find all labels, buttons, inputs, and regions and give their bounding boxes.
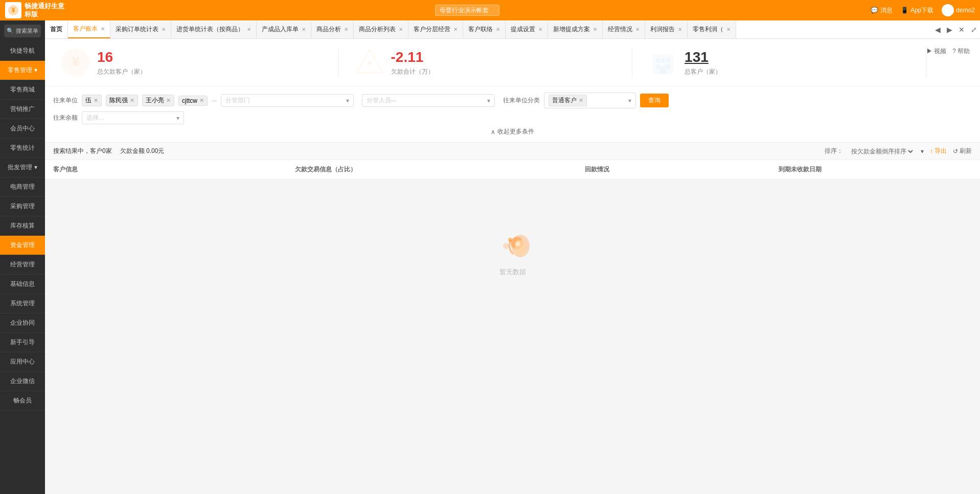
person-arrow-icon: ▾ — [487, 97, 490, 104]
tab-expand[interactable]: ⤢ — [968, 26, 980, 34]
tab-reminder-settings[interactable]: 提成设置 ✕ — [506, 21, 548, 38]
sidebar-item-marketing[interactable]: 营销推广 — [0, 100, 45, 119]
query-button[interactable]: 查询 — [640, 94, 669, 107]
tag-close-unit-type[interactable]: ✕ — [579, 97, 583, 104]
sidebar-item-retail-stats[interactable]: 零售统计 — [0, 139, 45, 158]
tab-customer-contact[interactable]: 客户联络 ✕ — [463, 21, 506, 38]
building-icon — [648, 47, 678, 78]
tab-goods-analysis-list[interactable]: 商品分析列表 ✕ — [354, 21, 408, 38]
sidebar-item-new-guide[interactable]: 新手引导 — [0, 333, 45, 352]
svg-rect-9 — [666, 58, 670, 62]
col-header-debt: 欠款交易信息（占比） — [295, 165, 585, 174]
collapse-btn[interactable]: ∧ 收起更多条件 — [53, 127, 972, 136]
stat-info-debt: -2.11 欠款合计（万） — [391, 49, 434, 77]
filter-row-1: 往来单位 伍 ✕ 陈民强 ✕ 王小亮 ✕ — [53, 93, 972, 108]
tag-close-wu[interactable]: ✕ — [94, 97, 98, 104]
tab-close-goods-analysis[interactable]: ✕ — [344, 27, 348, 32]
sidebar-item-operations[interactable]: 经营管理 — [0, 255, 45, 275]
logo: ¥ 畅捷通好生意 标版 — [5, 2, 64, 18]
dept-dropdown[interactable]: 分管部门 ▾ — [221, 94, 354, 107]
debt-amount: 欠款金额 0.00元 — [120, 147, 165, 155]
filter-tag-cjttcw: cjttcw ✕ — [178, 96, 208, 106]
export-btn[interactable]: ↑ 导出 — [930, 147, 947, 155]
svg-rect-8 — [661, 58, 665, 62]
balance-dropdown[interactable]: 选择... ▾ — [82, 111, 184, 124]
sidebar-item-wholesale-mgmt[interactable]: 批发管理 ▾ — [0, 158, 45, 177]
tab-inbound-stats[interactable]: 进货单统计表（按商品） ✕ — [171, 21, 257, 38]
tab-close-achievement[interactable]: ✕ — [593, 27, 597, 32]
search-menu-btn[interactable]: 🔍 搜索菜单 — [4, 25, 41, 37]
account-dropdown[interactable]: 母婴行业演示帐套 — [435, 5, 499, 16]
filter-tag-wu: 伍 ✕ — [82, 95, 102, 106]
tab-close-reminder[interactable]: ✕ — [538, 27, 542, 32]
sidebar: 🔍 搜索菜单 快捷导航 零售管理 ▾ 零售商城 营销推广 会员中心 零售统计 — [0, 20, 45, 494]
sidebar-item-enterprise-wechat[interactable]: 企业微信 — [0, 372, 45, 391]
svg-text:¥: ¥ — [71, 54, 80, 70]
tab-close-purchase[interactable]: ✕ — [162, 27, 166, 32]
app-download-btn[interactable]: 📱 App下载 — [901, 6, 933, 15]
tab-close-business[interactable]: ✕ — [635, 27, 640, 32]
sidebar-item-retail-mgmt[interactable]: 零售管理 ▾ — [0, 61, 45, 80]
tab-close-all[interactable]: ✕ — [955, 26, 968, 34]
empty-state: 暂无数据 — [45, 179, 980, 318]
tag-close-chen[interactable]: ✕ — [130, 97, 134, 104]
help-link[interactable]: ? 帮助 — [952, 47, 970, 56]
sidebar-item-basic-info[interactable]: 基础信息 — [0, 275, 45, 294]
tab-close-retail-profit[interactable]: ✕ — [726, 27, 731, 32]
total-customers-label: 总欠款客户（家） — [97, 68, 146, 76]
unit-type-tag: 普通客户 ✕ — [549, 95, 587, 106]
sidebar-item-capital[interactable]: 资金管理 — [0, 236, 45, 255]
message-btn[interactable]: 💬 消息 — [871, 6, 893, 15]
tab-nav-left[interactable]: ◀ — [932, 26, 944, 34]
tab-profit-report[interactable]: 利润报告 ✕ — [645, 21, 688, 38]
sidebar-item-app-center[interactable]: 应用中心 — [0, 352, 45, 372]
empty-text: 暂无数据 — [499, 267, 526, 277]
sort-select[interactable]: 按欠款金额倒序排序 — [849, 147, 915, 155]
debt-total-label: 欠款合计（万） — [391, 68, 434, 76]
message-icon: 💬 — [871, 7, 878, 14]
table-header: 客户信息 欠款交易信息（占比） 回款情况 到期未收款日期 — [45, 160, 980, 179]
tab-close-customer-book[interactable]: ✕ — [101, 26, 105, 32]
tab-retail-profit[interactable]: 零售利润（ ✕ — [688, 21, 736, 38]
tab-new-achievement[interactable]: 新增提成方案 ✕ — [548, 21, 603, 38]
person-dropdown[interactable]: 分管人员 ··· ▾ — [362, 94, 495, 107]
refresh-btn[interactable]: ↺ 刷新 — [953, 147, 972, 155]
filter-more-dots[interactable]: ··· — [212, 97, 217, 104]
sidebar-item-ecommerce[interactable]: 电商管理 — [0, 177, 45, 197]
tab-close-inbound[interactable]: ✕ — [247, 27, 251, 32]
tag-close-cjttcw[interactable]: ✕ — [199, 97, 204, 104]
sidebar-item-member[interactable]: 畅会员 — [0, 391, 45, 411]
sidebar-item-enterprise-agreement[interactable]: 企业协同 — [0, 313, 45, 333]
tab-business-situation[interactable]: 经营情况 ✕ — [603, 21, 645, 38]
tab-close-profit[interactable]: ✕ — [678, 27, 682, 32]
sidebar-item-retail-mall[interactable]: 零售商城 — [0, 80, 45, 100]
tab-bar-actions: ◀ ▶ ✕ ⤢ — [932, 26, 980, 34]
tab-goods-analysis[interactable]: 商品分析 ✕ — [311, 21, 354, 38]
tab-close-customer-segment[interactable]: ✕ — [453, 27, 458, 32]
col-header-customer: 客户信息 — [53, 165, 295, 174]
tab-nav-right[interactable]: ▶ — [944, 26, 955, 34]
tab-customer-book[interactable]: 客户账本 ✕ — [68, 21, 110, 38]
sidebar-item-purchase[interactable]: 采购管理 — [0, 197, 45, 216]
tag-close-wang[interactable]: ✕ — [166, 97, 171, 104]
tab-customer-segment[interactable]: 客户分层经营 ✕ — [408, 21, 463, 38]
tab-purchase-order-stats[interactable]: 采购订单统计表 ✕ — [110, 21, 171, 38]
sidebar-item-quick-nav[interactable]: 快捷导航 — [0, 41, 45, 61]
unit-type-label: 往来单位分类 — [503, 96, 540, 105]
search-icon: 🔍 — [7, 28, 14, 34]
tab-close-customer-contact[interactable]: ✕ — [496, 27, 500, 32]
user-avatar[interactable]: demo2 — [942, 4, 975, 16]
person-more-icon[interactable]: ··· — [391, 97, 396, 104]
tab-close-product-inbound[interactable]: ✕ — [302, 27, 306, 32]
sidebar-item-member-center[interactable]: 会员中心 — [0, 119, 45, 139]
tab-product-inbound[interactable]: 产成品入库单 ✕ — [257, 21, 311, 38]
video-link[interactable]: ▶ 视频 — [926, 47, 946, 56]
unit-label: 往来单位 — [53, 96, 78, 105]
sidebar-item-inventory[interactable]: 库存核算 — [0, 216, 45, 236]
sidebar-item-system[interactable]: 系统管理 — [0, 294, 45, 313]
unit-type-dropdown[interactable]: 普通客户 ✕ ▾ — [544, 93, 636, 108]
tab-bar: 首页 客户账本 ✕ 采购订单统计表 ✕ 进货单统计表（按商品） ✕ 产成品入库单… — [45, 20, 980, 39]
tab-home[interactable]: 首页 — [45, 21, 68, 38]
tab-close-goods-list[interactable]: ✕ — [399, 27, 403, 32]
unit-type-arrow-icon: ▾ — [628, 97, 631, 104]
